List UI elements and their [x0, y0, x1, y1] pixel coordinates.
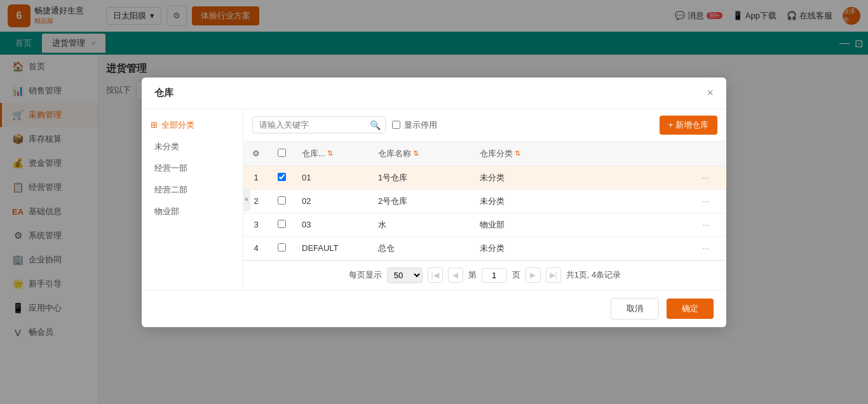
- disabled-checkbox-input[interactable]: [392, 121, 400, 129]
- row-checkbox[interactable]: [278, 196, 286, 205]
- more-icon[interactable]: ···: [702, 173, 709, 182]
- td-index: 1: [243, 166, 269, 189]
- td-category: 物业部: [472, 213, 695, 236]
- modal-sidebar-item-property[interactable]: 物业部: [142, 201, 243, 222]
- modal-header: 仓库 ×: [142, 77, 726, 109]
- sort-icon-name: ⇅: [413, 149, 419, 158]
- th-settings: ⚙: [243, 142, 269, 166]
- add-warehouse-button[interactable]: + 新增仓库: [660, 116, 717, 135]
- more-icon[interactable]: ···: [702, 220, 709, 229]
- td-checkbox[interactable]: [269, 236, 294, 260]
- modal-title: 仓库: [154, 87, 173, 99]
- td-category: 未分类: [472, 166, 695, 189]
- td-index: 4: [243, 236, 269, 260]
- more-icon[interactable]: ···: [702, 196, 709, 206]
- search-icon[interactable]: 🔍: [370, 120, 381, 130]
- td-index: 3: [243, 213, 269, 236]
- td-more[interactable]: ···: [695, 166, 726, 189]
- td-category: 未分类: [472, 236, 695, 260]
- table-row[interactable]: 4 DEFAULT 总仓 未分类 ···: [243, 236, 726, 260]
- row-checkbox[interactable]: [278, 220, 286, 228]
- modal-body: ⊞ 全部分类 未分类 经营一部 经营二部 物业部 « 🔍: [142, 109, 726, 290]
- show-disabled-checkbox[interactable]: 显示停用: [392, 119, 437, 131]
- td-name: 水: [370, 213, 472, 236]
- modal-overlay: 仓库 × ⊞ 全部分类 未分类 经营一部 经营二部 物业部 «: [0, 0, 868, 404]
- page-size-select[interactable]: 50 100: [387, 267, 423, 283]
- grid-icon: ⊞: [151, 120, 158, 130]
- table-header: ⚙ 仓库... ⇅: [243, 142, 726, 166]
- table-body: 1 01 1号仓库 未分类 ··· 2 02 2号仓库 未分类 ··· 3 03…: [243, 166, 726, 260]
- row-checkbox[interactable]: [278, 243, 286, 252]
- th-checkbox: [269, 142, 294, 166]
- warehouse-table: ⚙ 仓库... ⇅: [243, 142, 726, 260]
- td-checkbox[interactable]: [269, 189, 294, 213]
- search-wrap: 🔍: [252, 116, 386, 133]
- modal-footer: 取消 确定: [142, 290, 726, 327]
- td-category: 未分类: [472, 189, 695, 213]
- modal-sidebar-item-dept2[interactable]: 经营二部: [142, 179, 243, 201]
- table-settings-icon[interactable]: ⚙: [252, 149, 260, 158]
- td-checkbox[interactable]: [269, 166, 294, 189]
- td-checkbox[interactable]: [269, 213, 294, 236]
- sidebar-collapse-button[interactable]: «: [243, 188, 250, 211]
- td-more[interactable]: ···: [695, 189, 726, 213]
- cancel-button[interactable]: 取消: [611, 298, 659, 320]
- modal-close-button[interactable]: ×: [707, 86, 714, 100]
- search-input[interactable]: [252, 116, 386, 133]
- th-category: 仓库分类 ⇅: [472, 142, 695, 166]
- td-more[interactable]: ···: [695, 236, 726, 260]
- next-page-button[interactable]: ▶: [526, 267, 541, 283]
- modal-main: 🔍 显示停用 + 新增仓库 ⚙: [243, 109, 726, 290]
- first-page-button[interactable]: |◀: [428, 267, 443, 283]
- pagination-total: 共1页, 4条记录: [566, 269, 621, 281]
- th-actions: [695, 142, 726, 166]
- td-name: 2号仓库: [370, 189, 472, 213]
- th-name: 仓库名称 ⇅: [370, 142, 472, 166]
- td-code: DEFAULT: [294, 236, 370, 260]
- td-name: 总仓: [370, 236, 472, 260]
- td-code: 03: [294, 213, 370, 236]
- modal-pagination: 每页显示 50 100 |◀ ◀ 第 页 ▶ ▶| 共1页, 4条记录: [243, 260, 726, 290]
- th-code: 仓库... ⇅: [294, 142, 370, 166]
- modal-toolbar: 🔍 显示停用 + 新增仓库: [243, 109, 726, 142]
- sort-icon-category: ⇅: [515, 149, 520, 158]
- select-all-checkbox[interactable]: [278, 149, 286, 157]
- modal-sidebar: ⊞ 全部分类 未分类 经营一部 经营二部 物业部 «: [142, 109, 243, 290]
- warehouse-modal: 仓库 × ⊞ 全部分类 未分类 经营一部 经营二部 物业部 «: [142, 77, 726, 327]
- page-number-input[interactable]: [482, 268, 507, 283]
- modal-sidebar-item-uncategorized[interactable]: 未分类: [142, 136, 243, 158]
- table: ⚙ 仓库... ⇅: [243, 142, 726, 260]
- table-row[interactable]: 1 01 1号仓库 未分类 ···: [243, 166, 726, 189]
- td-more[interactable]: ···: [695, 213, 726, 236]
- sort-icon-code: ⇅: [327, 149, 333, 158]
- modal-sidebar-item-dept1[interactable]: 经营一部: [142, 158, 243, 179]
- confirm-button[interactable]: 确定: [667, 299, 714, 319]
- prev-page-button[interactable]: ◀: [448, 267, 463, 283]
- td-code: 02: [294, 189, 370, 213]
- last-page-button[interactable]: ▶|: [546, 267, 561, 283]
- td-code: 01: [294, 166, 370, 189]
- modal-sidebar-all[interactable]: ⊞ 全部分类: [142, 114, 243, 136]
- table-row[interactable]: 2 02 2号仓库 未分类 ···: [243, 189, 726, 213]
- more-icon[interactable]: ···: [702, 243, 709, 253]
- row-checkbox[interactable]: [278, 173, 286, 181]
- td-name: 1号仓库: [370, 166, 472, 189]
- table-row[interactable]: 3 03 水 物业部 ···: [243, 213, 726, 236]
